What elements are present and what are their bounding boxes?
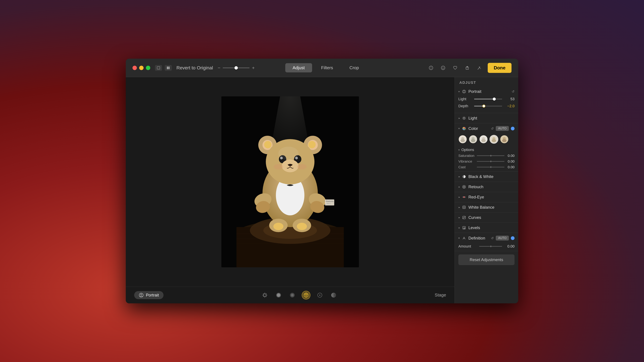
portrait-section-header[interactable]: ▾ Portrait ↺ bbox=[455, 86, 518, 96]
photo-display: Rilakkuma San-X bbox=[221, 96, 359, 267]
sun-tool-button[interactable] bbox=[260, 291, 269, 300]
curves-icon bbox=[462, 215, 466, 220]
tab-filters[interactable]: Filters bbox=[314, 63, 340, 72]
vibrance-slider[interactable] bbox=[477, 161, 504, 162]
depth-slider-label: Depth bbox=[458, 104, 472, 108]
info-button[interactable]: i bbox=[427, 64, 435, 71]
saturation-slider[interactable] bbox=[477, 155, 504, 156]
radial-tool-button[interactable] bbox=[316, 291, 324, 300]
black-white-section[interactable]: ▾ Black & White bbox=[455, 172, 518, 182]
maximize-button[interactable] bbox=[146, 66, 150, 70]
photo-canvas: Rilakkuma San-X bbox=[126, 77, 454, 287]
saturation-row: Saturation 0.00 bbox=[458, 154, 514, 158]
white-balance-section[interactable]: ▾ White Balance bbox=[455, 202, 518, 213]
cast-label: Cast bbox=[458, 165, 477, 169]
tab-crop[interactable]: Crop bbox=[342, 63, 366, 72]
nav-tabs: Adjust Filters Crop bbox=[285, 63, 366, 72]
svg-point-41 bbox=[297, 223, 307, 230]
share-button[interactable] bbox=[464, 64, 471, 71]
circle-tool-button[interactable] bbox=[274, 291, 283, 300]
favorites-button[interactable] bbox=[452, 64, 459, 71]
color-blue-dot[interactable] bbox=[511, 127, 514, 130]
svg-line-78 bbox=[465, 119, 465, 119]
options-header[interactable]: ▾ Options bbox=[458, 146, 514, 154]
emoji-button[interactable] bbox=[440, 64, 447, 71]
exposure-decrease-button[interactable]: − bbox=[218, 65, 220, 70]
curves-title: Curves bbox=[468, 215, 514, 220]
exposure-increase-button[interactable]: + bbox=[252, 65, 254, 70]
color-preset-5[interactable] bbox=[500, 135, 509, 144]
light-slider[interactable] bbox=[474, 96, 502, 102]
portrait-badge[interactable]: Portrait bbox=[134, 291, 164, 299]
vignette-tool-button[interactable] bbox=[288, 291, 297, 300]
portrait-badge-label: Portrait bbox=[146, 293, 159, 298]
svg-point-96 bbox=[502, 139, 506, 142]
definition-section-header[interactable]: ▾ Definition ↺ AUTO bbox=[455, 233, 518, 243]
svg-rect-109 bbox=[464, 227, 464, 229]
depth-slider-row: Depth −2.0 bbox=[458, 104, 514, 109]
exposure-slider-track[interactable] bbox=[223, 67, 250, 68]
svg-line-58 bbox=[263, 296, 264, 297]
revert-button[interactable]: Revert to Original bbox=[176, 65, 213, 70]
options-title: Options bbox=[461, 148, 474, 152]
amount-value: 0.00 bbox=[504, 244, 514, 249]
color-preset-2[interactable] bbox=[469, 135, 478, 144]
retouch-section[interactable]: ▾ Retouch bbox=[455, 182, 518, 192]
adjust-header: ADJUST bbox=[455, 77, 518, 86]
magic-wand-button[interactable] bbox=[476, 64, 483, 71]
svg-text:i: i bbox=[431, 66, 431, 69]
svg-line-79 bbox=[465, 117, 465, 117]
amount-slider[interactable] bbox=[479, 246, 502, 247]
app-window: Revert to Original − + Adjust Filters Cr… bbox=[126, 59, 518, 303]
close-button[interactable] bbox=[132, 66, 137, 70]
cast-row: Cast 0.00 bbox=[458, 165, 514, 169]
white-balance-title: White Balance bbox=[468, 205, 514, 210]
svg-point-67 bbox=[319, 295, 320, 296]
color-preset-4[interactable] bbox=[490, 135, 498, 144]
split-view-button[interactable] bbox=[165, 65, 172, 71]
definition-blue-dot[interactable] bbox=[511, 236, 514, 240]
svg-point-46 bbox=[289, 184, 291, 186]
depth-slider[interactable] bbox=[474, 104, 502, 109]
levels-chevron: ▾ bbox=[458, 227, 461, 228]
light-section[interactable]: ▾ Light bbox=[455, 113, 518, 123]
svg-rect-1 bbox=[167, 66, 168, 69]
light-slider-label: Light bbox=[458, 97, 472, 101]
tab-adjust[interactable]: Adjust bbox=[285, 63, 312, 72]
svg-point-33 bbox=[297, 164, 306, 169]
gradient-tool-button[interactable] bbox=[329, 291, 338, 300]
red-eye-section[interactable]: ▾ Red-Eye bbox=[455, 192, 518, 202]
light-slider-row: Light 53 bbox=[458, 96, 514, 102]
curves-section[interactable]: ▾ Curves bbox=[455, 213, 518, 223]
color-preset-3[interactable] bbox=[479, 135, 488, 144]
levels-title: Levels bbox=[468, 225, 514, 230]
levels-section[interactable]: ▾ Levels bbox=[455, 223, 518, 233]
single-view-button[interactable] bbox=[155, 65, 162, 71]
portrait-reset-button[interactable]: ↺ bbox=[512, 89, 514, 93]
stage-tool-button[interactable] bbox=[302, 291, 310, 300]
color-thumbnails bbox=[455, 134, 518, 146]
minimize-button[interactable] bbox=[139, 66, 144, 70]
options-chevron: ▾ bbox=[458, 148, 460, 151]
cast-slider[interactable] bbox=[477, 167, 504, 167]
definition-reset-button[interactable]: ↺ bbox=[491, 236, 494, 240]
reset-adjustments-button[interactable]: Reset Adjustments bbox=[458, 254, 514, 265]
light-section-title: Light bbox=[468, 116, 514, 120]
red-eye-title: Red-Eye bbox=[468, 195, 514, 199]
svg-point-6 bbox=[442, 67, 443, 68]
svg-point-102 bbox=[464, 197, 465, 198]
retouch-chevron: ▾ bbox=[458, 186, 461, 188]
main-content: Rilakkuma San-X bbox=[126, 77, 518, 303]
color-preset-1[interactable] bbox=[458, 135, 467, 144]
color-section-header[interactable]: ▾ Color ↺ AUTO bbox=[455, 123, 518, 134]
color-reset-button[interactable]: ↺ bbox=[491, 126, 494, 131]
svg-point-72 bbox=[463, 117, 465, 119]
black-white-icon bbox=[462, 174, 466, 179]
svg-point-93 bbox=[492, 139, 496, 142]
color-auto-badge[interactable]: AUTO bbox=[496, 126, 509, 131]
definition-auto-badge[interactable]: AUTO bbox=[496, 236, 509, 241]
done-button[interactable]: Done bbox=[488, 63, 512, 73]
portrait-title: Portrait bbox=[468, 89, 508, 94]
exposure-slider-thumb[interactable] bbox=[234, 66, 238, 69]
traffic-lights bbox=[132, 66, 150, 70]
